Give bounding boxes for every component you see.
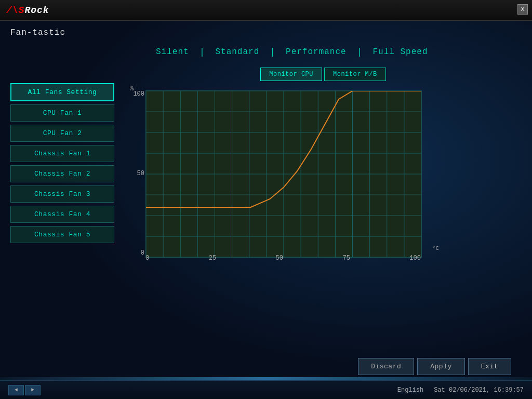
discard-button[interactable]: Discard — [358, 358, 414, 375]
nav-arrows: ◄ ► — [8, 385, 41, 395]
x-tick-0: 0 — [145, 255, 149, 262]
page-title: Fan-tastic — [0, 21, 532, 42]
bottom-left: ◄ ► — [8, 385, 41, 395]
sidebar-item-cpu-fan-1[interactable]: CPU Fan 1 — [10, 104, 114, 122]
sidebar-item-all-fans[interactable]: All Fans Setting — [10, 83, 114, 101]
asrock-logo: /\SRock — [6, 5, 49, 16]
monitor-mb-button[interactable]: Monitor M/B — [324, 68, 386, 81]
chart-inner: % °C 100 50 0 0 25 50 — [130, 85, 431, 262]
tab-standard[interactable]: Standard — [205, 47, 270, 57]
chart-container: % °C 100 50 0 0 25 50 — [130, 85, 522, 353]
sidebar-item-cpu-fan-2[interactable]: CPU Fan 2 — [10, 125, 114, 142]
y-tick-0: 0 — [130, 249, 144, 257]
separator-2: | — [270, 47, 275, 57]
close-button[interactable]: X — [517, 4, 528, 15]
x-axis-labels: 0 25 50 75 100 — [145, 255, 421, 262]
apply-button[interactable]: Apply — [417, 358, 465, 375]
separator-3: | — [357, 47, 363, 57]
fan-chart-canvas — [145, 90, 422, 258]
sidebar-item-chassis-fan-4[interactable]: Chassis Fan 4 — [10, 206, 114, 223]
monitor-buttons: Monitor CPU Monitor M/B — [125, 68, 522, 81]
language-label[interactable]: English — [397, 387, 423, 394]
sidebar-item-chassis-fan-5[interactable]: Chassis Fan 5 — [10, 226, 114, 243]
tab-fullspeed[interactable]: Full Speed — [362, 47, 438, 57]
monitor-cpu-button[interactable]: Monitor CPU — [260, 68, 322, 81]
nav-right-icon: ► — [25, 385, 41, 395]
content-area: All Fans Setting CPU Fan 1 CPU Fan 2 Cha… — [0, 42, 532, 380]
sidebar-item-chassis-fan-1[interactable]: Chassis Fan 1 — [10, 145, 114, 162]
action-buttons: Discard Apply Exit — [125, 353, 522, 380]
separator-1: | — [200, 47, 205, 57]
bottom-bar: ◄ ► English Sat 02/06/2021, 16:39:57 — [0, 380, 532, 399]
datetime-display: Sat 02/06/2021, 16:39:57 — [434, 387, 524, 394]
right-panel: Silent | Standard | Performance | Full S… — [114, 42, 522, 380]
sidebar-item-chassis-fan-3[interactable]: Chassis Fan 3 — [10, 185, 114, 203]
bottom-right: English Sat 02/06/2021, 16:39:57 — [397, 387, 524, 394]
sidebar-item-chassis-fan-2[interactable]: Chassis Fan 2 — [10, 165, 114, 182]
chart-x-label: °C — [432, 245, 439, 251]
main-content: Fan-tastic All Fans Setting CPU Fan 1 CP… — [0, 21, 532, 380]
nav-left-icon: ◄ — [8, 385, 24, 395]
y-axis-labels: 100 50 0 — [130, 90, 144, 257]
top-bar: /\SRock — [0, 0, 532, 21]
x-tick-100: 100 — [409, 255, 421, 262]
x-tick-25: 25 — [209, 255, 216, 262]
x-tick-50: 50 — [276, 255, 283, 262]
tab-performance[interactable]: Performance — [275, 47, 357, 57]
y-tick-50: 50 — [130, 170, 144, 177]
x-tick-75: 75 — [342, 255, 350, 262]
mode-tabs: Silent | Standard | Performance | Full S… — [125, 42, 522, 68]
sidebar: All Fans Setting CPU Fan 1 CPU Fan 2 Cha… — [10, 42, 114, 380]
exit-button[interactable]: Exit — [468, 358, 511, 375]
y-tick-100: 100 — [130, 90, 144, 98]
tab-silent[interactable]: Silent — [145, 47, 200, 57]
